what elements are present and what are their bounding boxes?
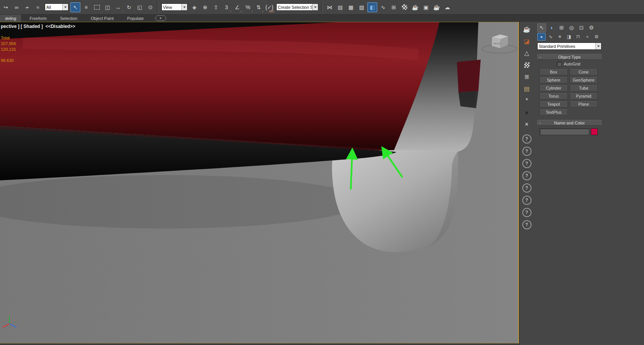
named-selection-set-combo[interactable]: Create Selection Se xyxy=(276,3,318,11)
chevron-down-icon: ▾ xyxy=(160,17,161,20)
rendered-frame-window-icon[interactable]: ▣ xyxy=(421,2,431,12)
help-icon[interactable]: ? xyxy=(522,159,532,168)
mirror-icon[interactable]: ⋈ xyxy=(324,2,334,12)
layers-icon[interactable]: ≣ xyxy=(522,71,532,82)
object-name-input[interactable] xyxy=(540,128,589,135)
bind-to-space-warp-icon[interactable]: ≈ xyxy=(33,2,43,12)
stats-polys: 107,956 xyxy=(1,41,16,47)
panel-tab-display[interactable]: ⊡ xyxy=(577,23,586,32)
window-crossing-icon[interactable]: ◫ xyxy=(103,2,112,12)
object-type-button-cone[interactable]: Cone xyxy=(570,69,598,75)
checker-map-icon[interactable] xyxy=(522,59,532,70)
compass-icon[interactable]: △ xyxy=(522,47,532,59)
object-type-button-box[interactable]: Box xyxy=(540,69,568,75)
panel-tab-modify[interactable]: ◗ xyxy=(547,23,556,32)
dropdown-arrow-icon xyxy=(181,4,187,10)
category-space-warps[interactable]: ≈ xyxy=(583,33,592,41)
autogrid-checkbox[interactable] xyxy=(557,62,562,67)
select-and-link-icon[interactable]: ∞ xyxy=(11,2,21,12)
command-panel: ↖◗⊞◎⊡⚙ ●∿☀◨⊓≈⚙ Standard Primitives - Obj… xyxy=(534,22,644,345)
select-and-move-icon[interactable]: ↔↕ xyxy=(113,2,123,12)
main-toolbar: ↪∞≁≈ All ↖≡◫↔↕↻◱⊙ View ◈⊕⇧3∩∠∩%∩⇅∩{✓}ABC… xyxy=(0,0,644,15)
ribbon-tab-selection[interactable]: Selection xyxy=(55,15,82,22)
redo-icon[interactable]: ↪ xyxy=(1,2,11,12)
rollout-title: Object Type xyxy=(558,55,581,59)
object-type-button-textplus[interactable]: TextPlus xyxy=(540,109,568,116)
select-object-icon[interactable]: ↖ xyxy=(70,2,80,12)
help-icon[interactable]: ? xyxy=(522,147,532,156)
render-setup-icon[interactable]: ☕ xyxy=(410,2,420,12)
render-production-icon[interactable]: ☕ xyxy=(432,2,442,12)
ribbon-tab-object-paint[interactable]: Object Paint xyxy=(86,15,119,22)
starburst-icon[interactable]: * xyxy=(522,95,532,106)
ribbon-tab-freeform[interactable]: Freeform xyxy=(24,15,52,22)
keyboard-shortcut-override-icon[interactable]: ⇧ xyxy=(211,2,221,12)
viewcube-face-label: FRONT xyxy=(493,43,501,45)
ribbon-tab-populate[interactable]: Populate xyxy=(122,15,148,22)
toggle-ribbon-icon[interactable]: ◧ xyxy=(367,2,377,12)
help-icon[interactable]: ? xyxy=(522,171,532,180)
render-in-cloud-icon[interactable]: ☁ xyxy=(442,2,452,12)
object-type-rollout-header[interactable]: - Object Type xyxy=(537,54,602,60)
edit-named-selection-sets-icon[interactable]: {✓}ABC xyxy=(264,2,274,12)
help-icon[interactable]: ? xyxy=(522,196,532,205)
toggle-scene-explorer-icon[interactable]: ▦ xyxy=(346,2,356,12)
reference-coordinate-system-dropdown[interactable]: View xyxy=(161,3,187,11)
name-and-color-rollout-header[interactable]: - Name and Color xyxy=(537,120,602,126)
toggle-layer-explorer-icon[interactable]: ▧ xyxy=(357,2,367,12)
object-type-button-geosphere[interactable]: GeoSphere xyxy=(570,77,598,83)
select-and-rotate-icon[interactable]: ↻ xyxy=(124,2,134,12)
panel-tab-motion[interactable]: ◎ xyxy=(567,23,576,32)
rectangular-selection-region-icon[interactable] xyxy=(92,2,102,12)
object-type-button-tube[interactable]: Tube xyxy=(570,85,598,92)
ribbon-minimize-button[interactable]: ▾ xyxy=(155,15,166,21)
select-by-name-icon[interactable]: ≡ xyxy=(81,2,91,12)
panel-tab-hierarchy[interactable]: ⊞ xyxy=(557,23,566,32)
object-type-button-teapot[interactable]: Teapot xyxy=(540,101,568,108)
select-and-place-icon[interactable]: ⊙ xyxy=(145,2,155,12)
use-pivot-point-center-icon[interactable]: ◈ xyxy=(189,2,199,12)
select-and-manipulate-icon[interactable]: ⊕ xyxy=(200,2,210,12)
category-systems[interactable]: ⚙ xyxy=(592,33,601,41)
paint-bucket-icon[interactable]: ◪ xyxy=(522,36,532,47)
bricks-icon[interactable]: ▤ xyxy=(522,83,532,94)
application-window: ↪∞≁≈ All ↖≡◫↔↕↻◱⊙ View ◈⊕⇧3∩∠∩%∩⇅∩{✓}ABC… xyxy=(0,0,644,345)
help-icon[interactable]: ? xyxy=(522,220,532,229)
category-shapes[interactable]: ∿ xyxy=(546,33,555,41)
subcategory-dropdown[interactable]: Standard Primitives xyxy=(537,43,602,50)
angle-snap-toggle-icon[interactable]: ∠∩ xyxy=(232,2,242,12)
object-type-button-pyramid[interactable]: Pyramid xyxy=(570,93,598,100)
dropdown-arrow-icon xyxy=(312,4,318,10)
object-type-button-torus[interactable]: Torus xyxy=(540,93,568,100)
schematic-view-icon[interactable]: ⊞ xyxy=(389,2,399,12)
teapot-icon[interactable]: ☕ xyxy=(522,24,532,35)
ribbon-tab-modeling[interactable]: deling xyxy=(0,15,21,22)
selection-filter-dropdown[interactable]: All xyxy=(45,3,68,11)
curve-editor-icon[interactable]: ∿ xyxy=(378,2,388,12)
align-icon[interactable]: ▤ xyxy=(335,2,345,12)
panel-tab-utilities[interactable]: ⚙ xyxy=(587,23,596,32)
object-color-swatch[interactable] xyxy=(591,128,598,135)
material-editor-icon[interactable] xyxy=(399,2,409,12)
category-cameras[interactable]: ◨ xyxy=(565,33,573,41)
category-helpers[interactable]: ⊓ xyxy=(574,33,582,41)
category-geometry[interactable]: ● xyxy=(537,33,546,41)
help-icon[interactable]: ? xyxy=(522,183,532,193)
percent-snap-toggle-icon[interactable]: %∩ xyxy=(243,2,253,12)
panel-tab-create[interactable]: ↖ xyxy=(537,23,546,32)
select-and-scale-icon[interactable]: ◱ xyxy=(135,2,145,12)
help-icon[interactable]: ? xyxy=(522,134,532,144)
object-type-button-sphere[interactable]: Sphere xyxy=(540,77,568,83)
spinner-snap-toggle-icon[interactable]: ⇅∩ xyxy=(254,2,264,12)
collapse-icon: - xyxy=(540,54,541,59)
help-icon[interactable]: ? xyxy=(522,208,532,217)
snaps-toggle-3d-icon[interactable]: 3∩ xyxy=(222,2,232,12)
viewport-canvas[interactable]: FRONT xyxy=(0,22,518,343)
viewport-label[interactable]: pective ] [ Shaded ] <<Disabled>> xyxy=(1,24,75,29)
close-icon[interactable]: × xyxy=(522,119,532,130)
object-type-button-cylinder[interactable]: Cylinder xyxy=(540,85,568,92)
category-lights[interactable]: ☀ xyxy=(556,33,564,41)
sphere-icon[interactable]: ● xyxy=(522,107,532,118)
object-type-button-plane[interactable]: Plane xyxy=(570,101,598,108)
unlink-selection-icon[interactable]: ≁ xyxy=(22,2,32,12)
